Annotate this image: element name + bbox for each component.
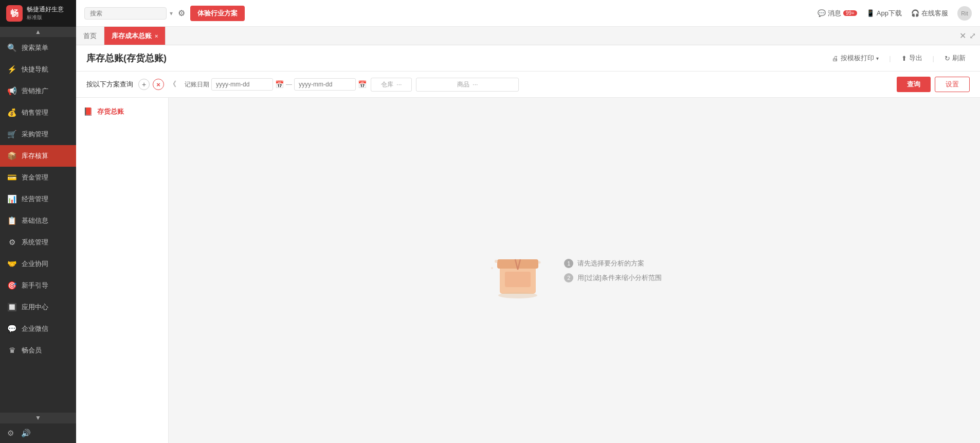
sidebar-item-label: 企业协同 xyxy=(22,259,48,269)
filter-commodity-group: 商品 ··· xyxy=(416,78,519,92)
page-header-actions: 🖨 按模板打印 ▾ | ⬆ 导出 | ↻ 刷新 xyxy=(828,51,970,65)
audio-bottom-icon[interactable]: 🔊 xyxy=(21,429,31,438)
sidebar-item-purchase[interactable]: 🛒 采购管理 xyxy=(0,123,76,145)
sidebar-item-label: 库存核算 xyxy=(22,151,48,161)
hint-num-1: 1 xyxy=(564,259,573,268)
tabbar: 首页 库存成本总账 × ✕ ⤢ xyxy=(76,27,980,45)
sidebar-item-system[interactable]: ⚙ 系统管理 xyxy=(0,232,76,253)
logo-badge: 标准版 xyxy=(27,14,64,21)
query-button[interactable]: 查询 xyxy=(897,77,931,92)
apps-icon: 🔲 xyxy=(7,303,16,312)
sidebar-item-guide[interactable]: 🎯 新手引导 xyxy=(0,275,76,296)
print-chevron-icon: ▾ xyxy=(876,56,879,61)
filter-date-group: 记账日期 📅 — 📅 xyxy=(185,78,367,91)
filter-cancel-button[interactable]: × xyxy=(153,79,164,90)
sidebar-item-search[interactable]: 🔍 搜索菜单 xyxy=(0,37,76,59)
topbar-gear-icon[interactable]: ⚙ xyxy=(178,8,185,18)
topbar-right: 💬 消息 99+ 📱 App下载 🎧 在线客服 Rit xyxy=(818,6,972,21)
print-icon: 🖨 xyxy=(832,55,839,62)
print-button[interactable]: 🖨 按模板打印 ▾ xyxy=(828,51,883,65)
sidebar-item-label: 资金管理 xyxy=(22,173,48,182)
date-start-input[interactable] xyxy=(211,78,273,91)
sidebar-item-label: 经营管理 xyxy=(22,194,48,204)
sidebar-item-operation[interactable]: 📊 经营管理 xyxy=(0,188,76,210)
svg-point-4 xyxy=(495,260,498,263)
sidebar-item-label: 搜索菜单 xyxy=(22,43,48,52)
sidebar-item-shortcut[interactable]: ⚡ 快捷导航 xyxy=(0,59,76,80)
hint-text-2: 用[过滤]条件来缩小分析范围 xyxy=(577,273,661,282)
system-icon: ⚙ xyxy=(7,238,16,247)
guide-icon: 🎯 xyxy=(7,281,16,290)
tab-home[interactable]: 首页 xyxy=(76,27,104,45)
sidebar-item-marketing[interactable]: 📢 营销推广 xyxy=(0,80,76,102)
export-button[interactable]: ⬆ 导出 xyxy=(897,51,927,65)
calendar-start-icon[interactable]: 📅 xyxy=(275,80,284,88)
settings-button[interactable]: 设置 xyxy=(935,77,970,92)
hint-text-1: 请先选择要分析的方案 xyxy=(577,259,644,268)
topbar-search-input[interactable] xyxy=(84,7,167,20)
sidebar-item-basic[interactable]: 📋 基础信息 xyxy=(0,210,76,232)
date-dash: — xyxy=(286,81,292,88)
filter-warehouse-group: 仓库 ··· xyxy=(371,78,412,92)
date-end-input[interactable] xyxy=(294,78,356,91)
empty-hint-1: 1 请先选择要分析的方案 xyxy=(564,259,661,268)
sidebar-scroll-up[interactable]: ▲ xyxy=(0,27,76,37)
sidebar-item-corp[interactable]: 🤝 企业协同 xyxy=(0,253,76,275)
refresh-label: 刷新 xyxy=(952,54,966,63)
settings-bottom-icon[interactable]: ⚙ xyxy=(7,429,14,438)
shortcut-icon: ⚡ xyxy=(7,65,16,74)
tab-panel-close-icon[interactable]: ✕ xyxy=(959,31,966,41)
sidebar-item-label: 营销推广 xyxy=(22,86,48,96)
logo-icon: 畅 xyxy=(6,5,23,22)
print-label: 按模板打印 xyxy=(841,54,874,63)
chevron-down-icon[interactable]: ▾ xyxy=(170,10,173,17)
scheme-item-label: 存货总账 xyxy=(97,107,124,116)
sidebar-item-label: 销售管理 xyxy=(22,108,48,117)
sidebar-scroll-down[interactable]: ▼ xyxy=(0,413,76,423)
sidebar-item-member[interactable]: ♛ 畅会员 xyxy=(0,340,76,361)
online-service-btn[interactable]: 🎧 在线客服 xyxy=(911,9,948,18)
tab-inventory-ledger[interactable]: 库存成本总账 × xyxy=(104,27,166,45)
sidebar-item-apps[interactable]: 🔲 应用中心 xyxy=(0,296,76,318)
logo-title: 畅捷通好生意 xyxy=(27,6,64,14)
tab-panel-expand-icon[interactable]: ⤢ xyxy=(969,31,976,41)
sidebar-item-wechat[interactable]: 💬 企业微信 xyxy=(0,318,76,340)
headset-icon: 🎧 xyxy=(911,9,919,17)
filter-add-button[interactable]: + xyxy=(138,79,150,90)
sidebar-item-label: 系统管理 xyxy=(22,238,48,247)
divider2: | xyxy=(933,55,934,62)
operation-icon: 📊 xyxy=(7,194,16,204)
filter-section-label: 按以下方案查询 xyxy=(86,80,133,89)
calendar-end-icon[interactable]: 📅 xyxy=(358,80,367,88)
page-title: 库存总账(存货总账) xyxy=(86,52,167,64)
filter-bar: 按以下方案查询 + × 《 记账日期 📅 — 📅 仓库 ··· xyxy=(76,72,980,98)
filter-row: 记账日期 📅 — 📅 仓库 ··· 商品 ··· xyxy=(185,78,893,92)
svg-rect-2 xyxy=(505,272,531,287)
app-download-btn[interactable]: 📱 App下载 xyxy=(866,9,902,18)
promo-button[interactable]: 体验行业方案 xyxy=(190,6,245,21)
user-profile-btn[interactable]: Rit xyxy=(957,6,972,21)
filter-collapse-button[interactable]: 《 xyxy=(169,80,176,89)
message-btn[interactable]: 💬 消息 99+ xyxy=(818,9,857,18)
user-name: Rit xyxy=(961,10,968,16)
page-header: 库存总账(存货总账) 🖨 按模板打印 ▾ | ⬆ 导出 | ↻ 刷新 xyxy=(76,45,980,72)
refresh-button[interactable]: ↻ 刷新 xyxy=(940,51,970,65)
marketing-icon: 📢 xyxy=(7,86,16,96)
user-avatar: Rit xyxy=(957,6,972,21)
tab-close-icon[interactable]: × xyxy=(155,33,158,39)
empty-hint-2: 2 用[过滤]条件来缩小分析范围 xyxy=(564,273,661,282)
commodity-label: 商品 xyxy=(457,81,469,88)
inventory-icon: 📦 xyxy=(7,151,16,161)
data-area: 1 请先选择要分析的方案 2 用[过滤]条件来缩小分析范围 xyxy=(169,98,980,443)
commodity-selector[interactable]: 商品 ··· xyxy=(416,78,519,92)
scheme-item-stock-ledger[interactable]: 📕 存货总账 xyxy=(76,103,168,120)
sidebar-item-label: 畅会员 xyxy=(22,346,42,355)
sidebar-item-sales[interactable]: 💰 销售管理 xyxy=(0,102,76,123)
warehouse-selector[interactable]: 仓库 ··· xyxy=(371,78,412,92)
corp-icon: 🤝 xyxy=(7,259,16,269)
tab-inventory-ledger-label: 库存成本总账 xyxy=(112,31,152,41)
empty-hints: 1 请先选择要分析的方案 2 用[过滤]条件来缩小分析范围 xyxy=(564,259,661,282)
export-label: 导出 xyxy=(909,54,922,63)
sidebar-item-inventory[interactable]: 📦 库存核算 xyxy=(0,145,76,167)
sidebar-item-finance[interactable]: 💳 资金管理 xyxy=(0,167,76,188)
